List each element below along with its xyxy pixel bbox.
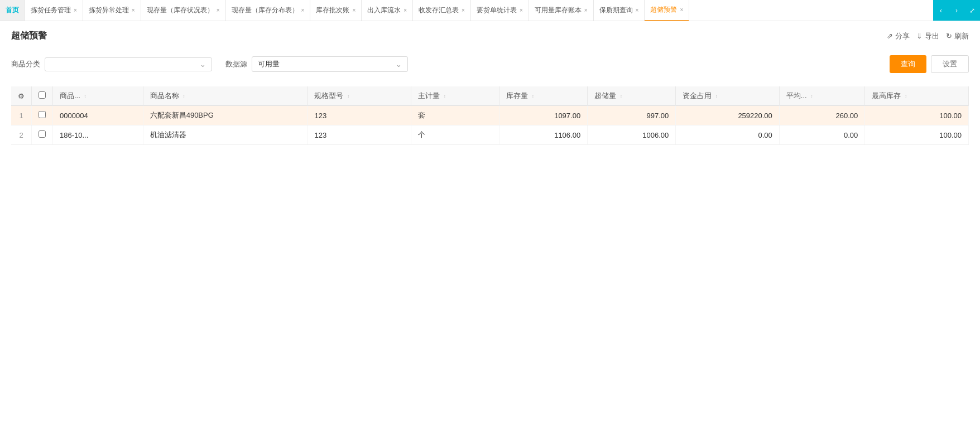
- row-checkbox-1[interactable]: [32, 125, 53, 145]
- nav-tab-collect[interactable]: 收发存汇总表 ×: [413, 0, 471, 21]
- nav-tab-stock-dist-close[interactable]: ×: [301, 7, 305, 13]
- share-label: 分享: [895, 31, 910, 41]
- datasource-chevron-icon: ⌄: [396, 60, 402, 69]
- sort-capital-icon: ↕: [715, 94, 718, 99]
- sort-stock-icon: ↕: [532, 94, 534, 99]
- col-settings[interactable]: ⚙: [11, 86, 32, 106]
- nav-tab-batch[interactable]: 库存批次账 ×: [310, 0, 362, 21]
- col-stock[interactable]: 库存量 ↕: [499, 86, 588, 106]
- nav-tab-overstock-close[interactable]: ×: [680, 7, 683, 13]
- nav-tab-stock-status-close[interactable]: ×: [217, 7, 220, 13]
- row-select-checkbox-0[interactable]: [39, 111, 46, 118]
- col-avg[interactable]: 平均... ↕: [779, 86, 865, 106]
- nav-tab-order-stat-close[interactable]: ×: [520, 7, 523, 13]
- page-title: 超储预警: [11, 30, 47, 42]
- nav-arrow-left[interactable]: ‹: [933, 0, 949, 21]
- col-spec-label: 规格型号: [314, 91, 343, 100]
- nav-arrow-right[interactable]: ›: [949, 0, 964, 21]
- sort-max-stock-icon: ↕: [905, 94, 907, 99]
- settings-button[interactable]: 设置: [931, 55, 969, 73]
- nav-tab-collect-close[interactable]: ×: [462, 7, 465, 13]
- nav-arrow-expand[interactable]: ⤢: [964, 0, 980, 21]
- refresh-button[interactable]: ↻ 刷新: [946, 31, 969, 41]
- nav-tab-expiry-label: 保质期查询: [599, 6, 633, 15]
- col-checkbox: [32, 86, 53, 106]
- row-overstock-1: 1006.00: [588, 125, 676, 145]
- row-checkbox-0[interactable]: [32, 106, 53, 125]
- nav-tab-overstock[interactable]: 超储预警 ×: [645, 0, 689, 21]
- nav-tab-stock-dist[interactable]: 现存量（库存分布表） ×: [226, 0, 311, 21]
- select-all-checkbox[interactable]: [39, 91, 46, 99]
- export-label: 导出: [925, 31, 939, 41]
- share-button[interactable]: ⇗ 分享: [887, 31, 910, 41]
- row-capital-0: 259220.00: [676, 106, 780, 125]
- page-header: 超储预警 ⇗ 分享 ⇓ 导出 ↻ 刷新: [11, 30, 969, 42]
- table-row: 2 186-10... 机油滤清器 123 个 1106.00 1006.00 …: [11, 125, 969, 145]
- col-max-stock[interactable]: 最高库存 ↕: [865, 86, 969, 106]
- col-capital[interactable]: 资金占用 ↕: [676, 86, 780, 106]
- sort-avg-icon: ↕: [810, 94, 813, 99]
- row-max-stock-1: 100.00: [865, 125, 969, 145]
- query-button[interactable]: 查询: [890, 55, 926, 73]
- nav-tab-stock-dist-label: 现存量（库存分布表）: [232, 6, 299, 15]
- nav-tab-home[interactable]: 首页: [0, 0, 25, 21]
- col-avg-label: 平均...: [786, 91, 807, 100]
- nav-tab-abnormal[interactable]: 拣货异常处理 ×: [83, 0, 141, 21]
- table-header-row: ⚙ 商品... ↕ 商品名称 ↕ 规格型号 ↕ 主计量: [11, 86, 969, 106]
- nav-tab-overstock-label: 超储预警: [650, 5, 677, 14]
- col-spec[interactable]: 规格型号 ↕: [308, 86, 411, 106]
- nav-tab-task-mgmt[interactable]: 拣货任务管理 ×: [25, 0, 83, 21]
- nav-tab-available-label: 可用量库存账本: [535, 6, 582, 15]
- col-capital-label: 资金占用: [683, 91, 712, 100]
- filter-bar: 商品分类 ⌄ 数据源 可用量 ⌄ 查询 设置: [11, 51, 969, 77]
- category-select[interactable]: ⌄: [45, 57, 212, 71]
- row-stock-1: 1106.00: [499, 125, 588, 145]
- export-button[interactable]: ⇓ 导出: [916, 31, 939, 41]
- row-unit-0: 套: [411, 106, 499, 125]
- export-icon: ⇓: [916, 32, 923, 40]
- refresh-icon: ↻: [946, 32, 952, 40]
- nav-tab-order-stat[interactable]: 要货单统计表 ×: [471, 0, 529, 21]
- row-spec-0: 123: [308, 106, 411, 125]
- col-overstock[interactable]: 超储量 ↕: [588, 86, 676, 106]
- col-unit[interactable]: 主计量 ↕: [411, 86, 499, 106]
- main-content: 超储预警 ⇗ 分享 ⇓ 导出 ↻ 刷新 商品分类 ⌄ 数据源: [0, 21, 980, 446]
- row-product-code-0: 0000004: [53, 106, 143, 125]
- table-body: 1 0000004 六配套新昌490BPG 123 套 1097.00 997.…: [11, 106, 969, 145]
- nav-tab-batch-label: 库存批次账: [316, 6, 349, 15]
- datasource-select[interactable]: 可用量 ⌄: [252, 56, 408, 72]
- nav-tab-expiry-close[interactable]: ×: [636, 7, 639, 13]
- nav-tab-expiry[interactable]: 保质期查询 ×: [594, 0, 645, 21]
- nav-tab-home-label: 首页: [6, 6, 19, 15]
- nav-tab-flow[interactable]: 出入库流水 ×: [362, 0, 413, 21]
- sort-overstock-icon: ↕: [620, 94, 622, 99]
- nav-tab-abnormal-close[interactable]: ×: [132, 7, 135, 13]
- nav-tab-abnormal-label: 拣货异常处理: [89, 6, 129, 15]
- col-product-name[interactable]: 商品名称 ↕: [143, 86, 308, 106]
- header-actions: ⇗ 分享 ⇓ 导出 ↻ 刷新: [887, 31, 969, 41]
- refresh-label: 刷新: [954, 31, 969, 41]
- row-num-1: 2: [11, 125, 32, 145]
- row-avg-0: 260.00: [779, 106, 865, 125]
- row-num-0: 1: [11, 106, 32, 125]
- row-max-stock-0: 100.00: [865, 106, 969, 125]
- gear-icon: ⚙: [18, 92, 25, 100]
- datasource-value: 可用量: [258, 59, 280, 69]
- nav-tab-available[interactable]: 可用量库存账本 ×: [529, 0, 594, 21]
- row-select-checkbox-1[interactable]: [39, 130, 46, 138]
- nav-tab-stock-status-label: 现存量（库存状况表）: [147, 6, 214, 15]
- row-product-name-1: 机油滤清器: [143, 125, 308, 145]
- nav-tab-flow-close[interactable]: ×: [403, 7, 407, 13]
- nav-tab-stock-status[interactable]: 现存量（库存状况表） ×: [141, 0, 226, 21]
- row-stock-0: 1097.00: [499, 106, 588, 125]
- nav-tab-flow-label: 出入库流水: [367, 6, 401, 15]
- nav-tab-task-mgmt-label: 拣货任务管理: [31, 6, 71, 15]
- top-nav-bar: 首页 拣货任务管理 × 拣货异常处理 × 现存量（库存状况表） × 现存量（库存…: [0, 0, 980, 21]
- col-product-code[interactable]: 商品... ↕: [53, 86, 143, 106]
- nav-tab-available-close[interactable]: ×: [584, 7, 588, 13]
- nav-tab-batch-close[interactable]: ×: [352, 7, 356, 13]
- nav-arrows: ‹ › ⤢: [933, 0, 980, 21]
- row-spec-1: 123: [308, 125, 411, 145]
- nav-tab-task-mgmt-close[interactable]: ×: [74, 7, 77, 13]
- row-capital-1: 0.00: [676, 125, 780, 145]
